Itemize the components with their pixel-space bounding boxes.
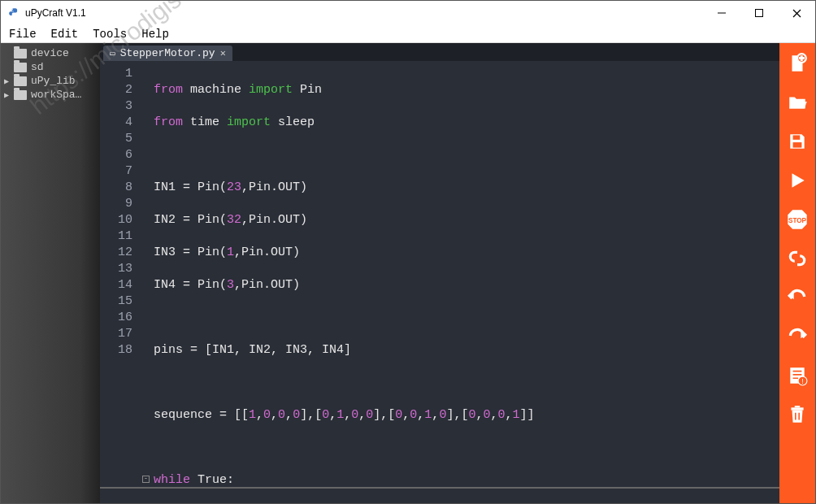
- editor-panel: ▭ StepperMotor.py ✕ 123 456 789 101112 1…: [100, 43, 779, 503]
- tab-steppermotor[interactable]: ▭ StepperMotor.py ✕: [103, 46, 232, 61]
- fold-marker-icon[interactable]: -: [142, 476, 150, 483]
- main-area: device sd ▶ uPy_lib ▶ workSpa… ▭ Stepper…: [1, 43, 815, 503]
- folder-icon: [14, 49, 27, 59]
- menu-bar: File Edit Tools Help: [1, 25, 815, 43]
- svg-text:+: +: [800, 54, 805, 63]
- tree-item-upy-lib[interactable]: ▶ uPy_lib: [1, 74, 100, 88]
- run-icon[interactable]: [785, 168, 809, 193]
- menu-tools[interactable]: Tools: [93, 28, 127, 41]
- tree-arrow: ▶: [4, 90, 14, 100]
- window-title: uPyCraft V1.1: [25, 7, 86, 19]
- svg-rect-2: [756, 10, 763, 17]
- close-button[interactable]: [778, 1, 815, 25]
- syntax-check-icon[interactable]: !: [785, 363, 809, 388]
- tab-label: StepperMotor.py: [120, 47, 215, 59]
- tree-arrow: ▶: [4, 76, 14, 86]
- stop-icon[interactable]: STOP: [785, 207, 809, 232]
- open-file-icon[interactable]: [785, 90, 809, 115]
- svg-rect-8: [793, 142, 802, 148]
- svg-point-0: [12, 9, 13, 10]
- save-icon[interactable]: [785, 129, 809, 154]
- tree-label: device: [31, 47, 69, 59]
- svg-rect-15: [795, 406, 801, 407]
- redo-icon[interactable]: [785, 324, 809, 349]
- minimize-button[interactable]: [703, 1, 740, 25]
- clear-icon[interactable]: [785, 402, 809, 427]
- new-file-icon[interactable]: +: [785, 51, 809, 76]
- tab-close-icon[interactable]: ✕: [220, 47, 226, 59]
- right-toolbar: + STOP !: [779, 43, 815, 503]
- tree-item-sd[interactable]: sd: [1, 60, 100, 74]
- undo-icon[interactable]: [785, 285, 809, 310]
- svg-text:!: !: [801, 377, 803, 385]
- line-gutter: 123 456 789 101112 131415 161718: [100, 61, 141, 487]
- menu-help[interactable]: Help: [141, 28, 169, 41]
- tree-label: sd: [31, 61, 44, 73]
- tree-item-workspace[interactable]: ▶ workSpa…: [1, 88, 100, 102]
- tree-item-device[interactable]: device: [1, 46, 100, 60]
- menu-edit[interactable]: Edit: [51, 28, 79, 41]
- code-editor[interactable]: 123 456 789 101112 131415 161718 from ma…: [100, 61, 779, 487]
- maximize-button[interactable]: [740, 1, 778, 25]
- svg-rect-7: [793, 135, 801, 139]
- tab-bar: ▭ StepperMotor.py ✕: [100, 43, 779, 61]
- connect-icon[interactable]: [785, 246, 809, 271]
- tree-label: workSpa…: [31, 89, 81, 101]
- folder-icon: [14, 76, 27, 86]
- code-content[interactable]: from machine import Pin from time import…: [141, 61, 779, 487]
- folder-icon: [14, 63, 27, 72]
- folder-icon: [14, 90, 27, 100]
- svg-rect-14: [791, 407, 803, 410]
- svg-text:STOP: STOP: [788, 217, 807, 224]
- tab-file-icon: ▭: [110, 48, 115, 59]
- menu-file[interactable]: File: [9, 28, 37, 41]
- console-panel[interactable]: [100, 487, 779, 503]
- file-tree: device sd ▶ uPy_lib ▶ workSpa…: [1, 43, 100, 503]
- tree-label: uPy_lib: [31, 75, 76, 87]
- title-bar: uPyCraft V1.1: [1, 1, 815, 25]
- app-logo-icon: [7, 7, 20, 20]
